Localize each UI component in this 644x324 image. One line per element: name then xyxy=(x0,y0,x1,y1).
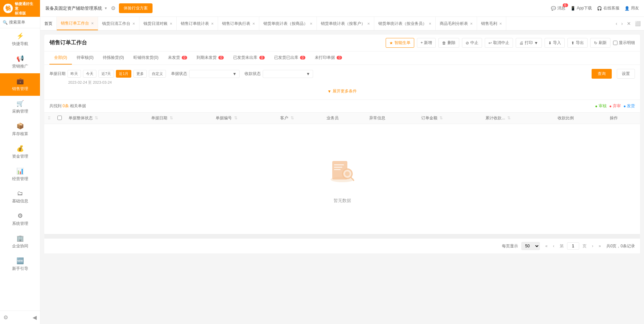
sort-status-icon[interactable]: ⇅ xyxy=(95,116,98,120)
user-icon: 👤 xyxy=(625,6,630,11)
horizontal-scrollbar[interactable] xyxy=(44,234,640,238)
filter-tab-wangpu[interactable]: 旺铺待发货(0) xyxy=(129,51,163,65)
tab-close-sales-workbench[interactable]: ✕ xyxy=(91,22,94,25)
prev-page-btn[interactable]: ‹ xyxy=(551,243,556,249)
sort-date-icon[interactable]: ⇅ xyxy=(170,116,173,120)
sort-amount-icon[interactable]: ⇅ xyxy=(439,116,443,120)
date-selector: 昨天 今天 近7天 近1月 更多 自定义 xyxy=(68,70,166,78)
user-menu[interactable]: 👤 用友 xyxy=(625,5,639,11)
review-action-btn[interactable]: ● 审核 xyxy=(595,103,606,109)
sort-customer-icon[interactable]: ⇅ xyxy=(291,116,294,120)
tab-close-cash-reconcile[interactable]: ✕ xyxy=(170,22,172,26)
table-wrapper: 共找到 0条 相关单据 ● 审核 ● 弃审 ● 发货 xyxy=(44,100,640,234)
tab-sales-summary-customer[interactable]: 销货单统计表（按客户） ✕ xyxy=(317,17,374,30)
select-all-checkbox[interactable] xyxy=(57,116,62,120)
tab-maximize-icon[interactable]: ⬜ xyxy=(634,20,642,27)
delete-btn[interactable]: 🗑 删除 xyxy=(438,38,459,48)
query-btn[interactable]: 查询 xyxy=(592,69,612,79)
trial-btn[interactable]: 体验行业方案 xyxy=(119,3,153,13)
date-today[interactable]: 今天 xyxy=(83,70,96,78)
tab-sales-summary-staff[interactable]: 销货单统计表（按业务员） ✕ xyxy=(374,17,436,30)
settings-icon[interactable]: ⚙ xyxy=(3,314,8,321)
tab-product-margin[interactable]: 商品毛利分析表 ✕ xyxy=(436,17,477,30)
first-page-btn[interactable]: « xyxy=(543,243,550,249)
overdue-badge: 0 xyxy=(218,56,224,59)
show-detail-checkbox[interactable]: 显示明细 xyxy=(613,40,635,46)
filter-tab-pending-review[interactable]: 待审核(0) xyxy=(72,51,98,65)
filter-tab-not-printed[interactable]: 未打印单据 0 xyxy=(310,51,347,65)
tabs-scroll-left-icon[interactable]: ‹ xyxy=(614,20,619,27)
sidebar-item-system[interactable]: ⚙ 系统管理 xyxy=(0,208,40,231)
date-1month[interactable]: 近1月 xyxy=(116,70,131,78)
next-page-btn[interactable]: › xyxy=(590,243,595,249)
per-page-select[interactable]: 10 20 50 100 xyxy=(521,242,540,250)
add-btn[interactable]: + 新增 xyxy=(417,38,436,48)
tab-cash-reconcile[interactable]: 钱货日清对账 ✕ xyxy=(139,17,177,30)
stop-btn[interactable]: ⊘ 中止 xyxy=(462,38,482,48)
tab-close-all-icon[interactable]: ✕ xyxy=(626,20,632,27)
payment-select[interactable]: ▼ xyxy=(263,70,313,78)
sort-number-icon[interactable]: ⇅ xyxy=(234,116,238,120)
cancel-review-btn[interactable]: ● 弃审 xyxy=(609,103,621,109)
tab-close-sales-stats[interactable]: ✕ xyxy=(211,22,214,26)
smart-generate-btn[interactable]: ★ 智能生单 xyxy=(386,38,414,48)
date-custom[interactable]: 自定义 xyxy=(149,70,166,78)
filter-tab-pending-inspect[interactable]: 待拣验货(0) xyxy=(98,51,129,65)
tab-close-sales-summary-product[interactable]: ✕ xyxy=(310,22,312,26)
message-btn[interactable]: 💬 消息 6 xyxy=(551,5,565,11)
filter-tab-all[interactable]: 全部(0) xyxy=(49,51,72,65)
tab-close-product-margin[interactable]: ✕ xyxy=(470,22,473,26)
page-input[interactable] xyxy=(567,242,579,250)
tab-close-cash-daily[interactable]: ✕ xyxy=(132,22,135,26)
search-menu[interactable]: 🔍 搜索菜单 xyxy=(0,17,40,28)
sort-collected-icon[interactable]: ⇅ xyxy=(507,116,511,120)
online-service-btn[interactable]: 🎧 在线客服 xyxy=(597,5,619,11)
filter-tab-overdue[interactable]: 到期未发货 0 xyxy=(192,51,228,65)
collapse-icon[interactable]: ◀ xyxy=(33,314,37,321)
tab-sales-profit[interactable]: 销售毛利 ✕ xyxy=(477,17,506,30)
sidebar-bottom: ⚙ ◀ xyxy=(0,311,40,324)
tabs-bar: 首页 销售订单工作台 ✕ 钱货日清工作台 ✕ 钱货日清对账 ✕ 销售订单统计表 … xyxy=(40,17,644,31)
import-btn[interactable]: ⬇ 导入 xyxy=(545,38,565,48)
refresh-btn[interactable]: ↻ 刷新 xyxy=(590,38,610,48)
tab-close-sales-summary-customer[interactable]: ✕ xyxy=(367,22,370,26)
tab-sales-workbench[interactable]: 销售订单工作台 ✕ xyxy=(57,17,98,30)
export-btn[interactable]: ⬆ 导出 xyxy=(567,38,588,48)
last-page-btn[interactable]: » xyxy=(597,243,603,249)
sidebar-item-quick-nav[interactable]: ⚡ 快捷导航 xyxy=(0,28,40,51)
sidebar-item-operations[interactable]: 📊 经营管理 xyxy=(0,163,40,186)
date-7days[interactable]: 近7天 xyxy=(98,70,114,78)
topbar-settings-icon[interactable]: ⚙ xyxy=(111,5,116,11)
tab-home[interactable]: 首页 xyxy=(40,17,57,30)
print-btn[interactable]: 🖨 打印 ▼ xyxy=(516,38,542,48)
sidebar-item-finance[interactable]: 💰 资金管理 xyxy=(0,141,40,163)
tab-close-sales-summary-staff[interactable]: ✕ xyxy=(429,22,431,26)
sidebar-item-guide[interactable]: 🆕 新手引导 xyxy=(0,253,40,276)
expand-conditions-btn[interactable]: ▼ 展开更多条件 xyxy=(325,87,360,95)
sidebar-item-basic[interactable]: 🗂 基础信息 xyxy=(0,186,40,208)
filter-tab-shipped-out[interactable]: 已发货已出库 0 xyxy=(269,51,310,65)
tab-close-sales-profit[interactable]: ✕ xyxy=(499,22,502,26)
sidebar-item-inventory[interactable]: 📦 库存核算 xyxy=(0,118,40,141)
sidebar-item-enterprise[interactable]: 🏢 企业协同 xyxy=(0,231,40,253)
ship-action-btn[interactable]: ● 发货 xyxy=(624,103,635,109)
status-select[interactable]: ▼ xyxy=(189,70,240,78)
filter-tab-shipped-not-out[interactable]: 已发货未出库 0 xyxy=(228,51,269,65)
tab-sales-stats[interactable]: 销售订单统计表 ✕ xyxy=(177,17,218,30)
tab-close-sales-exec[interactable]: ✕ xyxy=(252,22,255,26)
print-icon: 🖨 xyxy=(519,41,523,45)
tab-cash-daily[interactable]: 钱货日清工作台 ✕ xyxy=(98,17,139,30)
filter-tabs: 全部(0) 待审核(0) 待拣验货(0) 旺铺待发货(0) 未发货 0 到期未发… xyxy=(44,51,640,65)
tab-sales-summary-product[interactable]: 销货单统计表（按商品） ✕ xyxy=(259,17,317,30)
tabs-scroll-right-icon[interactable]: › xyxy=(620,20,624,27)
sidebar-item-sales[interactable]: 💼 销售管理 xyxy=(0,73,40,96)
sidebar-item-purchase[interactable]: 🛒 采购管理 xyxy=(0,96,40,118)
date-yesterday[interactable]: 昨天 xyxy=(68,70,81,78)
app-download-btn[interactable]: 📱 App下载 xyxy=(570,5,592,11)
date-more[interactable]: 更多 xyxy=(133,70,147,78)
filter-tab-not-shipped[interactable]: 未发货 0 xyxy=(163,51,192,65)
sidebar-item-marketing[interactable]: 📢 营销推广 xyxy=(0,51,40,73)
tab-sales-exec[interactable]: 销售订单执行表 ✕ xyxy=(218,17,259,30)
set-btn[interactable]: 设置 xyxy=(617,69,635,79)
cancel-stop-btn[interactable]: ↩ 取消中止 xyxy=(485,38,513,48)
